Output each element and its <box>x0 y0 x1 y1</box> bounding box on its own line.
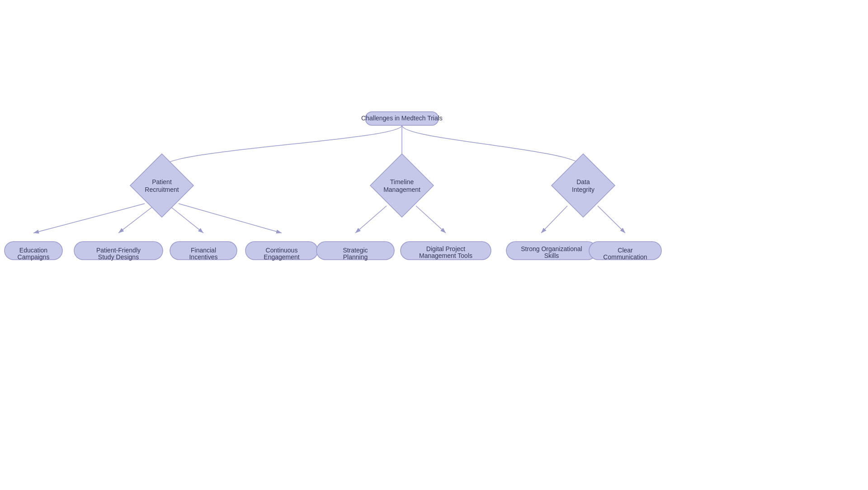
connector-data-comm <box>598 206 625 233</box>
patient-recruitment-node: Patient Recruitment <box>130 154 193 217</box>
timeline-label: Timeline <box>390 178 414 186</box>
connector-patient-friendly <box>118 206 154 233</box>
strategic-planning-node: Strategic Planning <box>316 242 394 261</box>
financial-incentives-label: Financial <box>191 247 216 254</box>
root-node-label: Challenges in Medtech Trials <box>361 114 443 122</box>
patient-label: Patient <box>152 178 172 186</box>
patient-friendly-label: Patient-Friendly <box>96 247 141 254</box>
education-campaigns-node: Education Campaigns <box>5 242 62 261</box>
digital-project-label2: Management Tools <box>419 252 472 259</box>
education-campaigns-label2: Campaigns <box>18 253 50 261</box>
connector-patient-continuous <box>179 204 282 233</box>
digital-project-label: Digital Project <box>426 245 465 252</box>
patient-friendly-label2: Study Designs <box>98 253 139 261</box>
continuous-engagement-label2: Engagement <box>264 253 300 261</box>
connector-root-patient <box>162 125 402 167</box>
strong-org-label2: Skills <box>544 252 559 259</box>
strategic-planning-label: Strategic <box>343 247 368 254</box>
clear-comm-label: Clear <box>618 247 633 254</box>
timeline-label2: Management <box>383 186 420 193</box>
patient-friendly-node: Patient-Friendly Study Designs <box>74 242 163 261</box>
strong-org-label: Strong Organizational <box>521 245 582 252</box>
digital-project-node: Digital Project Management Tools <box>401 242 491 260</box>
data-integrity-node: Data Integrity <box>552 154 615 217</box>
education-campaigns-label: Education <box>19 247 47 254</box>
connector-patient-edu <box>33 204 145 233</box>
clear-comm-node: Clear Communication <box>589 242 661 261</box>
financial-incentives-label2: Incentives <box>189 253 217 261</box>
connector-root-data <box>402 125 583 167</box>
connector-data-org <box>541 206 567 233</box>
mind-map-svg: Challenges in Medtech Trials Patient Rec… <box>0 0 868 490</box>
strategic-planning-label2: Planning <box>343 253 368 261</box>
data-label2: Integrity <box>572 186 594 193</box>
root-node: Challenges in Medtech Trials <box>361 112 443 125</box>
strong-org-node: Strong Organizational Skills <box>506 242 597 260</box>
data-label: Data <box>576 178 590 186</box>
financial-incentives-node: Financial Incentives <box>170 242 237 261</box>
patient-label2: Recruitment <box>145 186 179 193</box>
timeline-management-node: Timeline Management <box>370 154 434 217</box>
connector-timeline-strategic <box>355 206 387 233</box>
connector-patient-financial <box>170 206 203 233</box>
connector-timeline-digital <box>416 206 446 233</box>
continuous-engagement-label: Continuous <box>266 247 298 254</box>
continuous-engagement-node: Continuous Engagement <box>245 242 318 261</box>
clear-comm-label2: Communication <box>603 253 647 261</box>
